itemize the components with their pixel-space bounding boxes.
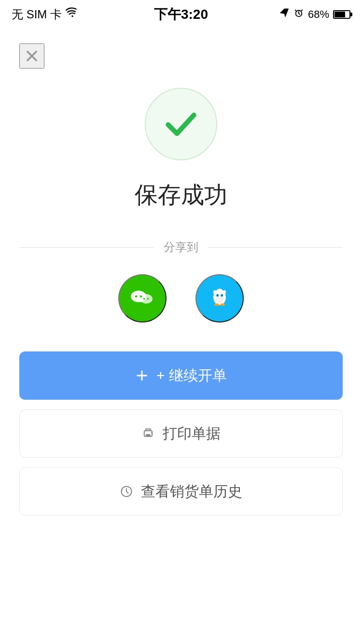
history-button[interactable]: 查看销货单历史 [19, 467, 343, 516]
action-buttons: + 继续开单 打印单据 查看销货单历史 [19, 351, 343, 516]
battery-icon [333, 10, 350, 19]
print-label: 打印单据 [163, 424, 221, 444]
success-title: 保存成功 [135, 180, 227, 210]
continue-button[interactable]: + 继续开单 [19, 351, 343, 400]
svg-point-12 [217, 294, 218, 295]
svg-point-16 [214, 304, 219, 306]
svg-rect-21 [146, 434, 150, 437]
svg-point-3 [140, 294, 153, 304]
status-left: 无 SIM 卡 [12, 6, 79, 23]
svg-point-6 [143, 298, 145, 300]
qq-icon [205, 284, 234, 313]
svg-point-5 [140, 295, 142, 297]
status-time: 下午3:20 [154, 5, 208, 24]
wifi-icon [66, 6, 79, 23]
status-bar: 无 SIM 卡 下午3:20 68% [0, 0, 362, 29]
wechat-icon [128, 284, 157, 313]
svg-point-22 [151, 432, 152, 433]
svg-point-0 [71, 15, 73, 17]
svg-point-4 [135, 295, 137, 297]
share-wechat-button[interactable] [118, 274, 167, 322]
continue-label: + 继续开单 [156, 366, 227, 386]
divider-line-left [19, 247, 154, 248]
main-content: 保存成功 分享到 [0, 29, 362, 644]
printer-icon [141, 427, 155, 440]
svg-point-15 [216, 296, 223, 303]
checkmark-icon [162, 104, 200, 144]
share-label: 分享到 [164, 239, 198, 255]
success-indicator [145, 88, 217, 160]
share-qq-button[interactable] [195, 274, 244, 322]
history-label: 查看销货单历史 [141, 482, 242, 502]
share-icons-row [118, 274, 244, 322]
alarm-icon [293, 8, 304, 21]
svg-point-18 [213, 290, 216, 294]
svg-point-17 [220, 304, 225, 306]
close-button[interactable] [19, 43, 44, 69]
svg-point-13 [222, 294, 223, 295]
sim-status: 无 SIM 卡 [12, 7, 62, 22]
divider-line-right [208, 247, 343, 248]
print-button[interactable]: 打印单据 [19, 409, 343, 458]
location-icon [279, 8, 290, 21]
plus-icon [135, 369, 149, 382]
clock-icon [120, 485, 133, 498]
svg-point-19 [223, 290, 226, 294]
share-divider: 分享到 [19, 239, 343, 255]
battery-percentage: 68% [308, 8, 329, 21]
svg-point-7 [147, 298, 149, 300]
status-right: 68% [279, 8, 350, 21]
